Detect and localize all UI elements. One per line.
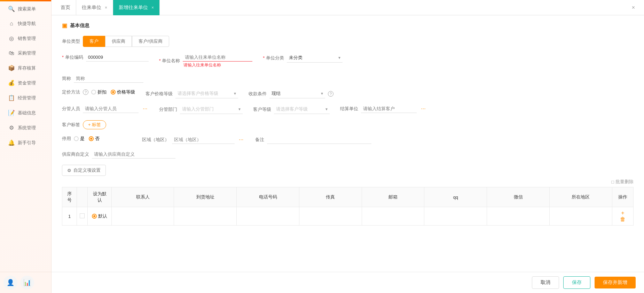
row-address-cell[interactable] <box>174 207 237 226</box>
customer-price-select[interactable]: 请选择客户价格等级 ▾ <box>175 89 238 98</box>
code-input[interactable] <box>86 53 149 62</box>
row-checkbox-cell[interactable] <box>77 207 88 226</box>
add-tag-button[interactable]: + 标签 <box>83 120 106 129</box>
batch-delete-icon: □ <box>611 179 614 185</box>
sidebar: 🔍 搜索菜单 ⌂ 快捷导航 ◎ 销售管理 🛍 采购管理 📦 库存核算 💰 资金管… <box>0 0 52 293</box>
row-contact-cell[interactable] <box>111 207 174 226</box>
batch-delete-area[interactable]: □ 批量删除 <box>62 179 634 185</box>
name-label: 单位名称 <box>159 58 180 64</box>
row-fax-input[interactable] <box>302 214 359 219</box>
tab-partners[interactable]: 往来单位 × <box>76 0 113 15</box>
disabled-label: 停用 <box>62 136 71 142</box>
region-ellipsis[interactable]: ··· <box>237 137 245 143</box>
type-btn-both[interactable]: 客户/供应商 <box>132 36 169 47</box>
row-phone-input[interactable] <box>239 214 296 219</box>
sidebar-item-finance[interactable]: 💰 资金管理 <box>0 75 51 90</box>
code-name-row: 单位编码 单位名称 请输入往来单位名称 单位分类 未分类 ▾ <box>62 53 634 68</box>
sidebar-item-guide[interactable]: 🔔 新手引导 <box>0 135 51 150</box>
customer-level-arrow-icon: ▾ <box>325 107 328 112</box>
row-default-radio[interactable]: 默认 <box>91 213 108 219</box>
category-label: 单位分类 <box>263 55 284 61</box>
sidebar-item-sales[interactable]: ◎ 销售管理 <box>0 31 51 46</box>
section-icon: ▣ <box>62 22 67 29</box>
gear-icon: ⚙ <box>67 168 71 173</box>
form-footer: 取消 保存 保存并新增 <box>52 272 644 293</box>
abbr-input[interactable] <box>74 74 143 83</box>
sidebar-item-operations[interactable]: 📋 经营管理 <box>0 90 51 105</box>
sidebar-user-btn[interactable]: 👤 <box>3 276 17 290</box>
sidebar-item-search[interactable]: 🔍 搜索菜单 <box>0 1 51 16</box>
disabled-yes[interactable]: 是 <box>74 136 85 142</box>
settlement-ellipsis[interactable]: ··· <box>419 106 427 112</box>
close-new-partner-tab[interactable]: × <box>151 5 154 10</box>
pricing-radio-discount[interactable]: 折扣 <box>91 89 107 95</box>
sidebar-item-quicknav[interactable]: ⌂ 快捷导航 <box>0 16 51 31</box>
col-seq: 序号 <box>62 187 77 207</box>
manager-input[interactable] <box>83 105 139 113</box>
save-button[interactable]: 保存 <box>563 276 590 289</box>
pricing-help-icon[interactable]: ? <box>83 89 88 95</box>
row-seq: 1 <box>62 207 77 226</box>
close-all-tabs[interactable]: × <box>626 5 641 11</box>
tab-new-partner[interactable]: 新增往来单位 × <box>113 0 160 15</box>
row-delete-button[interactable]: 🗑 <box>619 216 627 222</box>
type-btn-supplier[interactable]: 供应商 <box>105 36 132 47</box>
disabled-yes-circle <box>74 136 79 141</box>
row-add-button[interactable]: + <box>620 210 626 216</box>
disabled-no[interactable]: 否 <box>89 136 100 142</box>
row-qq-input[interactable] <box>427 214 484 219</box>
row-phone-cell[interactable] <box>237 207 299 226</box>
manager-label: 分管人员 <box>62 106 80 112</box>
dept-select[interactable]: 请输入分管部门 ▾ <box>180 105 243 114</box>
region-input[interactable] <box>172 136 235 144</box>
payment-arrow-icon: ▾ <box>321 91 323 96</box>
category-arrow-icon: ▾ <box>338 55 340 60</box>
row-wechat-cell[interactable] <box>487 207 550 226</box>
cancel-button[interactable]: 取消 <box>532 276 559 289</box>
row-region-input[interactable] <box>552 214 609 219</box>
row-email-cell[interactable] <box>362 207 424 226</box>
sidebar-item-system[interactable]: ⚙ 系统管理 <box>0 120 51 135</box>
row-wechat-input[interactable] <box>490 214 547 219</box>
payment-select[interactable]: 现结 ▾ <box>269 89 325 98</box>
sidebar-item-purchase[interactable]: 🛍 采购管理 <box>0 46 51 60</box>
customer-level-select[interactable]: 请选择客户等级 ▾ <box>274 105 330 114</box>
save-add-button[interactable]: 保存并新增 <box>595 277 636 288</box>
row-action-cell: + 🗑 <box>612 207 633 226</box>
basic-icon: 📝 <box>8 109 15 116</box>
sidebar-item-basic[interactable]: 📝 基础信息 <box>0 105 51 120</box>
operations-icon: 📋 <box>8 95 15 101</box>
row-region-cell[interactable] <box>550 207 612 226</box>
row-email-input[interactable] <box>365 214 422 219</box>
manager-ellipsis[interactable]: ··· <box>141 106 149 112</box>
row-checkbox[interactable] <box>80 213 85 218</box>
disabled-no-circle <box>89 136 94 141</box>
tab-home[interactable]: 首页 <box>55 0 76 15</box>
row-fax-cell[interactable] <box>299 207 362 226</box>
pricing-radio-price-level[interactable]: 价格等级 <box>111 89 135 95</box>
manager-field: 分管人员 ··· <box>62 105 149 113</box>
type-btn-customer[interactable]: 客户 <box>83 36 105 47</box>
name-input[interactable] <box>183 53 252 62</box>
col-default: 设为默认 <box>88 187 111 207</box>
dept-arrow-icon: ▾ <box>238 107 241 112</box>
pricing-row: 定价方法 ? 折扣 价格等级 客户价格等级 请选择客户价格等级 <box>62 89 634 98</box>
sidebar-stats-btn[interactable]: 📊 <box>20 276 34 290</box>
supplier-custom-label: 供应商自定义 <box>62 151 89 157</box>
settlement-field: 结算单位 ··· <box>340 105 427 113</box>
supplier-custom-input[interactable] <box>92 150 175 158</box>
name-field: 单位名称 请输入往来单位名称 <box>159 53 253 68</box>
row-address-input[interactable] <box>177 214 234 219</box>
row-contact-input[interactable] <box>115 214 171 219</box>
category-select[interactable]: 未分类 ▾ <box>287 53 343 63</box>
customer-price-arrow-icon: ▾ <box>234 91 236 96</box>
row-qq-cell[interactable] <box>424 207 487 226</box>
close-partners-tab[interactable]: × <box>105 5 107 10</box>
unit-type-field: 单位类型 客户 供应商 客户/供应商 <box>62 36 169 47</box>
col-actions: 操作 <box>612 187 633 207</box>
settlement-input[interactable] <box>361 105 417 113</box>
payment-help-icon[interactable]: ? <box>328 91 333 97</box>
remark-input[interactable] <box>267 136 371 144</box>
custom-settings-button[interactable]: ⚙ 自定义项设置 <box>62 165 106 176</box>
sidebar-item-inventory[interactable]: 📦 库存核算 <box>0 60 51 75</box>
